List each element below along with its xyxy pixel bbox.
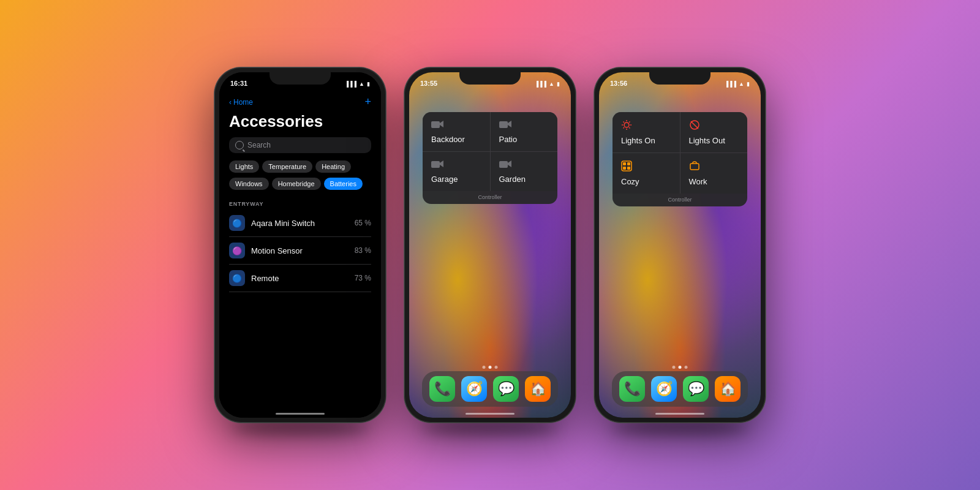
home-indicator-1 — [276, 413, 325, 415]
patio-label: Patio — [499, 135, 549, 144]
status-time-3: 13:56 — [610, 80, 627, 87]
context-garden[interactable]: Garden — [491, 152, 558, 191]
dock-phone-2[interactable]: 📞 — [429, 376, 455, 402]
filter-windows[interactable]: Windows — [229, 178, 269, 190]
lights-out-icon — [689, 119, 739, 134]
filter-lights[interactable]: Lights — [229, 160, 259, 173]
context-footer-3: Controller — [612, 194, 747, 206]
context-footer-2: Controller — [423, 191, 557, 204]
svg-rect-13 — [623, 167, 626, 170]
lights-on-label: Lights On — [621, 136, 671, 145]
context-grid-cameras: Backdoor Patio — [423, 112, 557, 191]
cozy-label: Cozy — [621, 177, 671, 186]
dot-3-1 — [673, 366, 676, 369]
status-time-1: 16:31 — [230, 80, 247, 87]
search-bar[interactable]: Search — [229, 137, 371, 153]
svg-marker-7 — [508, 160, 511, 167]
context-garage[interactable]: Garage — [423, 152, 490, 191]
signal-icon-2: ▐▐▐ — [535, 81, 546, 87]
dock-messages-2[interactable]: 💬 — [493, 376, 519, 402]
lights-on-icon — [621, 119, 671, 134]
wifi-icon-3: ▲ — [739, 81, 744, 87]
filter-homebridge[interactable]: Homebridge — [272, 178, 321, 190]
screen-home-3: 13:56 ▐▐▐ ▲ ▮ Lights On — [599, 72, 761, 418]
work-label: Work — [689, 177, 739, 186]
nav-add-button[interactable]: + — [364, 96, 371, 108]
filter-temperature[interactable]: Temperature — [262, 160, 312, 173]
backdoor-label: Backdoor — [431, 135, 481, 144]
context-work[interactable]: Work — [680, 153, 748, 194]
dock-safari-3[interactable]: 🧭 — [651, 376, 677, 402]
dock-home-3[interactable]: 🏠 — [715, 376, 741, 402]
home-indicator-3 — [655, 413, 704, 415]
dock-home-2[interactable]: 🏠 — [525, 376, 551, 402]
camera-backdoor-icon — [431, 119, 481, 132]
svg-rect-0 — [431, 121, 440, 128]
accessories-content: ‹ Home + Accessories Search Lights Tempe… — [219, 89, 381, 418]
context-lights-on[interactable]: Lights On — [612, 112, 680, 153]
remote-icon: 🔵 — [229, 270, 245, 286]
context-lights-out[interactable]: Lights Out — [680, 112, 748, 153]
notch-2 — [459, 72, 521, 85]
dock-safari-2[interactable]: 🧭 — [461, 376, 487, 402]
context-backdoor[interactable]: Backdoor — [423, 112, 490, 151]
svg-rect-12 — [627, 162, 630, 165]
battery-icon-3: ▮ — [747, 81, 750, 87]
garden-label: Garden — [499, 175, 549, 184]
status-icons-1: ▐▐▐ ▲ ▮ — [345, 81, 370, 87]
context-cozy[interactable]: Cozy — [612, 153, 680, 194]
context-menu-cameras: Backdoor Patio — [423, 112, 557, 204]
signal-icon: ▐▐▐ — [345, 81, 356, 87]
status-time-2: 13:55 — [420, 80, 437, 87]
chevron-left-icon: ‹ — [229, 98, 232, 107]
motion-battery: 83 % — [355, 246, 371, 255]
notch-3 — [649, 72, 710, 85]
search-placeholder: Search — [247, 141, 271, 149]
svg-marker-1 — [440, 121, 443, 127]
home-indicator-2 — [466, 413, 514, 415]
work-icon — [689, 160, 739, 175]
filter-batteries[interactable]: Batteries — [324, 178, 363, 190]
motion-name: Motion Sensor — [251, 246, 349, 255]
wifi-icon-2: ▲ — [549, 81, 554, 87]
phone-1: 16:31 ▐▐▐ ▲ ▮ ‹ Home + Accessories — [214, 67, 386, 423]
screen-accessories: 16:31 ▐▐▐ ▲ ▮ ‹ Home + Accessories — [219, 72, 381, 418]
status-icons-2: ▐▐▐ ▲ ▮ — [535, 81, 560, 87]
svg-rect-11 — [623, 162, 626, 165]
cozy-icon — [621, 160, 671, 175]
nav-back[interactable]: ‹ Home — [229, 98, 253, 107]
search-icon — [235, 141, 244, 149]
dot-3-3 — [685, 366, 688, 369]
svg-rect-15 — [690, 164, 699, 170]
section-entryway: ENTRYWAY — [229, 195, 371, 209]
dock-messages-3[interactable]: 💬 — [683, 376, 709, 402]
aqara-name: Aqara Mini Switch — [251, 219, 349, 228]
dock-2: 📞 🧭 💬 🏠 — [422, 371, 558, 407]
signal-icon-3: ▐▐▐ — [725, 81, 736, 87]
dock-phone-3[interactable]: 📞 — [619, 376, 645, 402]
svg-marker-3 — [508, 121, 511, 127]
dock-3: 📞 🧭 💬 🏠 — [612, 371, 748, 407]
filter-heating[interactable]: Heating — [315, 160, 351, 173]
status-icons-3: ▐▐▐ ▲ ▮ — [725, 81, 750, 87]
context-patio[interactable]: Patio — [491, 112, 558, 151]
camera-patio-icon — [499, 119, 549, 132]
aqara-icon: 🔵 — [229, 215, 245, 231]
page-dots-2 — [483, 366, 498, 369]
accessory-motion[interactable]: 🟣 Motion Sensor 83 % — [229, 237, 371, 265]
notch-1 — [270, 72, 331, 85]
nav-back-label: Home — [233, 98, 253, 107]
aqara-battery: 65 % — [355, 219, 371, 227]
phone-3: 13:56 ▐▐▐ ▲ ▮ Lights On — [594, 67, 766, 423]
nav-bar: ‹ Home + — [229, 96, 371, 108]
dot-2-1 — [483, 366, 486, 369]
svg-line-9 — [691, 121, 698, 129]
garage-label: Garage — [431, 175, 481, 184]
dot-2-2 — [489, 366, 492, 369]
battery-icon: ▮ — [367, 81, 370, 87]
accessory-aqara[interactable]: 🔵 Aqara Mini Switch 65 % — [229, 209, 371, 237]
lights-out-label: Lights Out — [689, 136, 739, 145]
filter-row-1: Lights Temperature Heating — [229, 160, 371, 173]
svg-rect-4 — [431, 161, 440, 168]
accessory-remote[interactable]: 🔵 Remote 73 % — [229, 265, 371, 292]
